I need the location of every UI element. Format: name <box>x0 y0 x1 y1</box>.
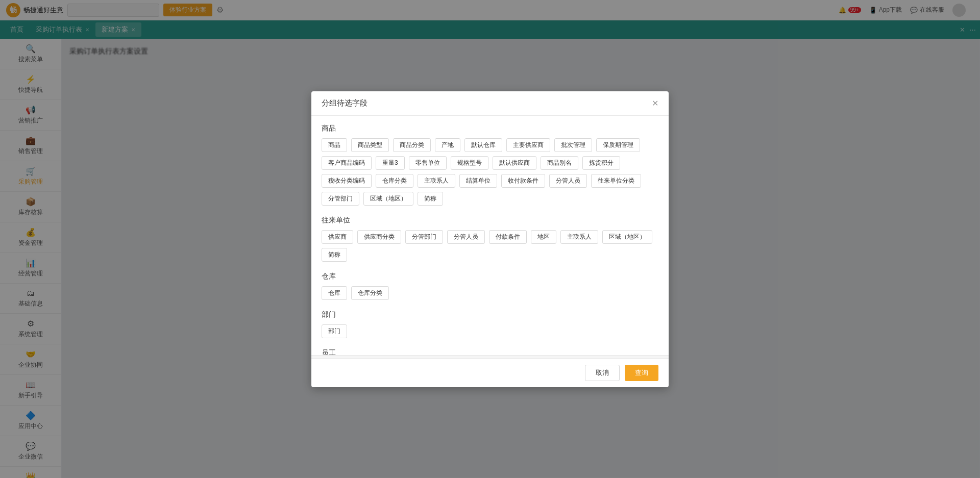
modal: 分组待选字段 ✕ 商品 商品 商品类型 商品分类 产地 默认仓库 主要供应商 批… <box>311 91 669 387</box>
chip-supervisor[interactable]: 分管人员 <box>549 174 587 188</box>
chip-origin[interactable]: 产地 <box>435 138 460 152</box>
chip-supplier-category[interactable]: 供应商分类 <box>357 230 401 244</box>
chip-warehouse-category[interactable]: 仓库分类 <box>376 174 413 188</box>
modal-title: 分组待选字段 <box>322 98 368 108</box>
chip-area-partner[interactable]: 区域（地区） <box>602 230 652 244</box>
chip-default-warehouse[interactable]: 默认仓库 <box>464 138 502 152</box>
chip-product[interactable]: 商品 <box>322 138 347 152</box>
chip-default-supplier[interactable]: 默认供应商 <box>493 156 536 170</box>
chip-main-contact-partner[interactable]: 主联系人 <box>560 230 598 244</box>
chip-manage-person-partner[interactable]: 分管人员 <box>447 230 485 244</box>
field-group-employee-title: 员工 <box>322 348 658 355</box>
chip-spec-model[interactable]: 规格型号 <box>451 156 488 170</box>
chip-payment-terms[interactable]: 收付款条件 <box>501 174 545 188</box>
modal-overlay: 分组待选字段 ✕ 商品 商品 商品类型 商品分类 产地 默认仓库 主要供应商 批… <box>0 0 980 478</box>
field-group-dept: 部门 部门 <box>322 310 658 338</box>
chip-main-contact[interactable]: 主联系人 <box>418 174 455 188</box>
chip-region-partner[interactable]: 地区 <box>531 230 556 244</box>
modal-header: 分组待选字段 ✕ <box>311 91 669 116</box>
chip-supplier[interactable]: 供应商 <box>322 230 353 244</box>
chip-weight[interactable]: 重量3 <box>376 156 405 170</box>
chip-settlement-unit[interactable]: 结算单位 <box>459 174 497 188</box>
chip-pick-points[interactable]: 拣货积分 <box>582 156 620 170</box>
chip-product-type[interactable]: 商品类型 <box>351 138 389 152</box>
field-group-product: 商品 商品 商品类型 商品分类 产地 默认仓库 主要供应商 批次管理 保质期管理… <box>322 124 658 206</box>
chip-manage-dept-partner[interactable]: 分管部门 <box>405 230 443 244</box>
cancel-button[interactable]: 取消 <box>585 365 620 381</box>
field-group-partner-title: 往来单位 <box>322 216 658 225</box>
chip-batch-manage[interactable]: 批次管理 <box>554 138 592 152</box>
field-group-warehouse: 仓库 仓库 仓库分类 <box>322 272 658 300</box>
chip-short-name-partner[interactable]: 简称 <box>322 248 347 262</box>
modal-body[interactable]: 商品 商品 商品类型 商品分类 产地 默认仓库 主要供应商 批次管理 保质期管理… <box>311 116 669 355</box>
chip-tax-code[interactable]: 税收分类编码 <box>322 174 372 188</box>
confirm-button[interactable]: 查询 <box>625 365 658 381</box>
chip-product-alias[interactable]: 商品别名 <box>541 156 578 170</box>
chip-warehouse[interactable]: 仓库 <box>322 286 347 300</box>
modal-footer: 取消 查询 <box>311 358 669 387</box>
chip-dept[interactable]: 部门 <box>322 324 347 338</box>
field-group-warehouse-title: 仓库 <box>322 272 658 281</box>
field-group-partner: 往来单位 供应商 供应商分类 分管部门 分管人员 付款条件 地区 主联系人 区域… <box>322 216 658 262</box>
field-chips-dept: 部门 <box>322 324 658 338</box>
field-group-dept-title: 部门 <box>322 310 658 319</box>
chip-product-category[interactable]: 商品分类 <box>393 138 431 152</box>
field-group-employee: 员工 业务员 <box>322 348 658 355</box>
field-chips-partner: 供应商 供应商分类 分管部门 分管人员 付款条件 地区 主联系人 区域（地区） … <box>322 230 658 262</box>
chip-retail-unit[interactable]: 零售单位 <box>409 156 447 170</box>
field-chips-product: 商品 商品类型 商品分类 产地 默认仓库 主要供应商 批次管理 保质期管理 客户… <box>322 138 658 206</box>
chip-customer-code[interactable]: 客户商品编码 <box>322 156 372 170</box>
chip-warehouse-class[interactable]: 仓库分类 <box>351 286 389 300</box>
field-group-product-title: 商品 <box>322 124 658 133</box>
chip-partner-category[interactable]: 往来单位分类 <box>591 174 641 188</box>
chip-main-supplier[interactable]: 主要供应商 <box>506 138 550 152</box>
chip-region-product[interactable]: 区域（地区） <box>363 192 413 206</box>
chip-short-name-product[interactable]: 简称 <box>418 192 443 206</box>
chip-payment-terms-partner[interactable]: 付款条件 <box>489 230 527 244</box>
field-chips-warehouse: 仓库 仓库分类 <box>322 286 658 300</box>
chip-manage-dept[interactable]: 分管部门 <box>322 192 359 206</box>
chip-shelf-life[interactable]: 保质期管理 <box>596 138 640 152</box>
modal-close-button[interactable]: ✕ <box>652 98 658 108</box>
